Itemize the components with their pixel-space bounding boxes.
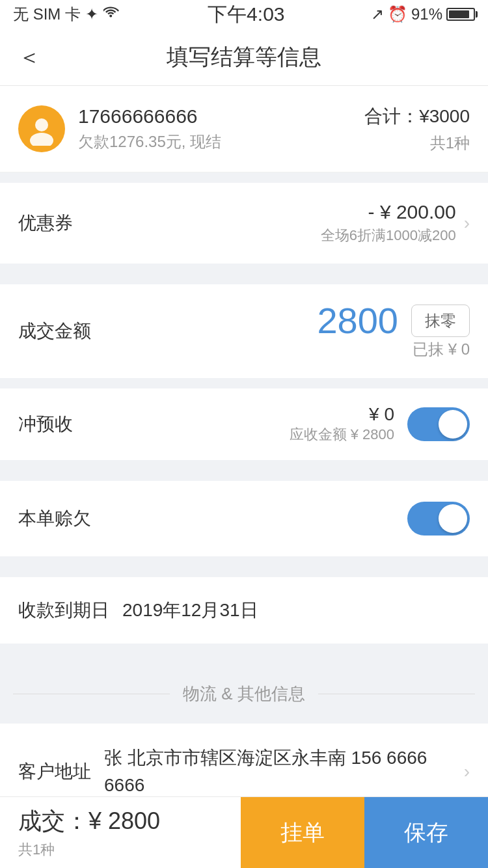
status-left: 无 SIM 卡 ✦: [13, 4, 122, 25]
transaction-amount: 2800: [317, 303, 398, 339]
transaction-section: 成交金额 2800 抹零 已抹 ¥ 0: [0, 284, 488, 378]
location-icon: ↗: [371, 5, 384, 23]
prepay-section: 冲预收 ¥ 0 应收金额 ¥ 2800: [0, 388, 488, 460]
user-total-count: 共1种: [364, 133, 470, 154]
logistics-header: 物流 & 其他信息: [0, 664, 488, 724]
toggle-knob: [439, 410, 467, 439]
prepay-amount-area: ¥ 0 应收金额 ¥ 2800: [290, 404, 394, 444]
section-divider-1: [0, 274, 488, 284]
credit-row: 本单赊欠: [0, 481, 488, 556]
round-button[interactable]: 抹零: [411, 305, 470, 337]
logistics-label: 物流 & 其他信息: [183, 683, 305, 705]
prepay-sub: 应收金额 ¥ 2800: [290, 425, 394, 444]
alarm-icon: ⏰: [388, 5, 407, 23]
address-value: 张 北京市市辖区海淀区永丰南 156 6666 6666: [104, 744, 456, 799]
duedate-label: 收款到期日: [18, 598, 109, 623]
user-phone: 17666666666: [78, 105, 364, 128]
bottom-info: 成交：¥ 2800 共1种: [0, 806, 241, 860]
coupon-amount: - ¥ 200.00: [321, 201, 456, 223]
status-bar: 无 SIM 卡 ✦ 下午4:03 ↗ ⏰ 91%: [0, 0, 488, 29]
bottom-prefix: 成交：: [18, 807, 88, 834]
user-info: 17666666666 欠款1276.35元, 现结: [78, 105, 364, 152]
transaction-label: 成交金额: [18, 319, 96, 344]
prepay-row: 冲预收 ¥ 0 应收金额 ¥ 2800: [0, 388, 488, 460]
page-title: 填写结算等信息: [167, 42, 321, 72]
coupon-right: - ¥ 200.00 全场6折满1000减200: [321, 201, 456, 245]
amount-area: 2800 抹零: [317, 303, 470, 339]
address-arrow-icon: ›: [464, 761, 470, 782]
prepay-toggle[interactable]: [407, 407, 470, 441]
address-label: 客户地址: [18, 759, 96, 784]
bottom-count: 共1种: [18, 840, 223, 860]
section-divider-3: [0, 567, 488, 577]
back-button[interactable]: ＜: [18, 42, 40, 72]
header-line-left: [13, 694, 170, 694]
svg-point-1: [30, 133, 53, 146]
coupon-desc: 全场6折满1000减200: [321, 226, 456, 245]
status-right: ↗ ⏰ 91%: [371, 5, 475, 23]
coupon-card: 优惠券 - ¥ 200.00 全场6折满1000减200 ›: [0, 183, 488, 264]
section-divider-2: [0, 470, 488, 481]
user-row: 17666666666 欠款1276.35元, 现结 合计：¥3000 共1种: [0, 86, 488, 172]
bottom-amount: 成交：¥ 2800: [18, 806, 223, 837]
user-total-amount: 合计：¥3000: [364, 104, 470, 129]
duedate-row: 收款到期日 2019年12月31日: [0, 577, 488, 644]
bottom-bar: 成交：¥ 2800 共1种 挂单 保存: [0, 796, 488, 868]
user-card: 17666666666 欠款1276.35元, 现结 合计：¥3000 共1种: [0, 86, 488, 172]
transaction-row: 成交金额 2800 抹零 已抹 ¥ 0: [0, 284, 488, 378]
credit-label: 本单赊欠: [18, 506, 407, 531]
prepay-amount: ¥ 0: [290, 404, 394, 425]
credit-toggle[interactable]: [407, 502, 470, 536]
battery-icon: [446, 8, 475, 21]
user-debt: 欠款1276.35元, 现结: [78, 131, 364, 152]
prepay-right: ¥ 0 应收金额 ¥ 2800: [290, 404, 470, 444]
avatar: [18, 105, 65, 152]
hang-button[interactable]: 挂单: [241, 797, 364, 869]
credit-section: 本单赊欠: [0, 481, 488, 556]
content: 17666666666 欠款1276.35元, 现结 合计：¥3000 共1种 …: [0, 86, 488, 868]
duedate-value: 2019年12月31日: [122, 598, 258, 623]
prepay-label: 冲预收: [18, 412, 290, 437]
sim-indicator: 无 SIM 卡 ✦: [13, 4, 98, 25]
already-round: 已抹 ¥ 0: [413, 339, 470, 360]
battery-percent: 91%: [411, 5, 442, 23]
duedate-section: 收款到期日 2019年12月31日: [0, 577, 488, 644]
save-button[interactable]: 保存: [364, 797, 488, 869]
wifi-icon: [103, 5, 122, 23]
svg-point-0: [35, 118, 48, 131]
header: ＜ 填写结算等信息: [0, 29, 488, 86]
coupon-arrow-icon: ›: [464, 213, 470, 234]
user-total: 合计：¥3000 共1种: [364, 104, 470, 154]
header-line-right: [318, 694, 475, 694]
bottom-amount-value: ¥ 2800: [88, 807, 160, 834]
coupon-row[interactable]: 优惠券 - ¥ 200.00 全场6折满1000减200 ›: [0, 183, 488, 264]
status-time: 下午4:03: [208, 1, 284, 28]
credit-toggle-knob: [439, 504, 467, 533]
section-divider-4: [0, 654, 488, 664]
coupon-label: 优惠券: [18, 211, 321, 236]
